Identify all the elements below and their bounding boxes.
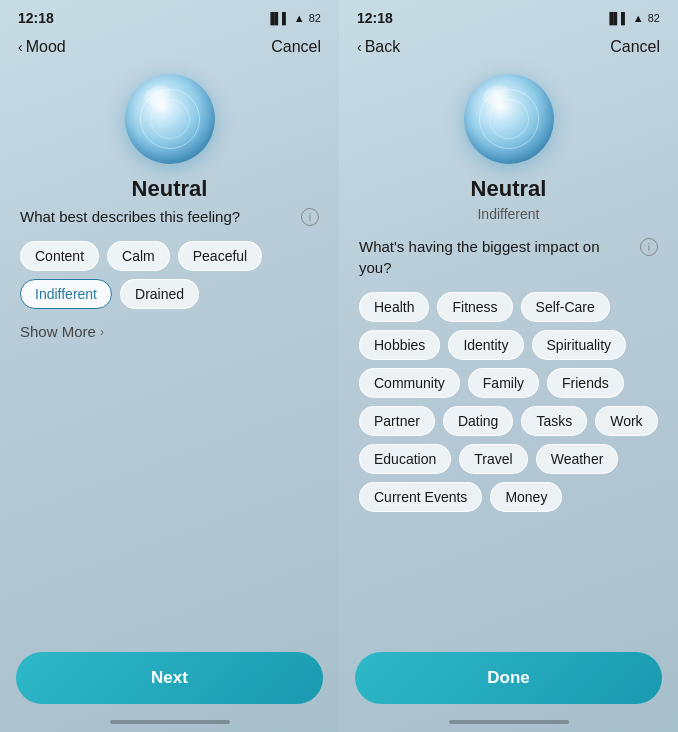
left-screen: 12:18 ▐▌▌ ▲ 82 ‹ Mood Cancel Neutral bbox=[0, 0, 339, 732]
chip-travel[interactable]: Travel bbox=[459, 444, 527, 474]
info-icon-left[interactable]: i bbox=[301, 208, 319, 226]
chip-family[interactable]: Family bbox=[468, 368, 539, 398]
orb-container-right bbox=[464, 74, 554, 164]
signal-icon-left: ▐▌▌ bbox=[266, 12, 289, 24]
right-screen: 12:18 ▐▌▌ ▲ 82 ‹ Back Cancel Neutral Ind… bbox=[339, 0, 678, 732]
wifi-icon-left: ▲ bbox=[294, 12, 305, 24]
back-label-left: Mood bbox=[26, 38, 66, 56]
chip-self-care[interactable]: Self-Care bbox=[521, 292, 610, 322]
wifi-icon-right: ▲ bbox=[633, 12, 644, 24]
status-icons-right: ▐▌▌ ▲ 82 bbox=[605, 12, 660, 24]
orb-ring2-right bbox=[489, 99, 529, 139]
time-right: 12:18 bbox=[357, 10, 393, 26]
chip-education[interactable]: Education bbox=[359, 444, 451, 474]
nav-bar-right: ‹ Back Cancel bbox=[339, 32, 678, 64]
back-button-left[interactable]: ‹ Mood bbox=[18, 38, 66, 56]
show-more-label: Show More bbox=[20, 323, 96, 340]
nav-bar-left: ‹ Mood Cancel bbox=[0, 32, 339, 64]
chip-hobbies[interactable]: Hobbies bbox=[359, 330, 440, 360]
chip-dating[interactable]: Dating bbox=[443, 406, 513, 436]
cancel-button-right[interactable]: Cancel bbox=[610, 38, 660, 56]
orb-left bbox=[125, 74, 215, 164]
battery-left: 82 bbox=[309, 12, 321, 24]
chip-calm[interactable]: Calm bbox=[107, 241, 170, 271]
next-button[interactable]: Next bbox=[16, 652, 323, 704]
content-left: Neutral What best describes this feeling… bbox=[0, 64, 339, 652]
mood-title-right: Neutral bbox=[471, 176, 547, 202]
chip-money[interactable]: Money bbox=[490, 482, 562, 512]
back-button-right[interactable]: ‹ Back bbox=[357, 38, 400, 56]
chip-partner[interactable]: Partner bbox=[359, 406, 435, 436]
chip-current-events[interactable]: Current Events bbox=[359, 482, 482, 512]
orb-right bbox=[464, 74, 554, 164]
back-chevron-right: ‹ bbox=[357, 39, 362, 55]
chip-fitness[interactable]: Fitness bbox=[437, 292, 512, 322]
signal-icon-right: ▐▌▌ bbox=[605, 12, 628, 24]
chip-health[interactable]: Health bbox=[359, 292, 429, 322]
content-right: Neutral Indifferent What's having the bi… bbox=[339, 64, 678, 652]
chip-identity[interactable]: Identity bbox=[448, 330, 523, 360]
question-row-right: What's having the biggest impact on you?… bbox=[359, 236, 658, 278]
battery-right: 82 bbox=[648, 12, 660, 24]
time-left: 12:18 bbox=[18, 10, 54, 26]
status-bar-right: 12:18 ▐▌▌ ▲ 82 bbox=[339, 0, 678, 32]
mood-title-left: Neutral bbox=[132, 176, 208, 202]
orb-ring2-left bbox=[150, 99, 190, 139]
home-indicator-left bbox=[110, 720, 230, 724]
question-text-left: What best describes this feeling? bbox=[20, 206, 240, 227]
chip-spirituality[interactable]: Spirituality bbox=[532, 330, 627, 360]
chips-area-right: Health Fitness Self-Care Hobbies Identit… bbox=[359, 292, 658, 512]
back-label-right: Back bbox=[365, 38, 401, 56]
home-indicator-right bbox=[449, 720, 569, 724]
chips-area-left: Content Calm Peaceful Indifferent Draine… bbox=[20, 241, 319, 309]
chip-weather[interactable]: Weather bbox=[536, 444, 619, 474]
chip-content[interactable]: Content bbox=[20, 241, 99, 271]
mood-subtitle-right: Indifferent bbox=[477, 206, 539, 222]
chip-friends[interactable]: Friends bbox=[547, 368, 624, 398]
info-icon-right[interactable]: i bbox=[640, 238, 658, 256]
cancel-button-left[interactable]: Cancel bbox=[271, 38, 321, 56]
orb-container-left bbox=[125, 74, 215, 164]
chip-community[interactable]: Community bbox=[359, 368, 460, 398]
back-chevron-left: ‹ bbox=[18, 39, 23, 55]
status-icons-left: ▐▌▌ ▲ 82 bbox=[266, 12, 321, 24]
chip-indifferent[interactable]: Indifferent bbox=[20, 279, 112, 309]
question-row-left: What best describes this feeling? i bbox=[20, 206, 319, 227]
show-more-chevron: › bbox=[100, 325, 104, 339]
show-more-button[interactable]: Show More › bbox=[20, 319, 104, 344]
done-button[interactable]: Done bbox=[355, 652, 662, 704]
chip-drained[interactable]: Drained bbox=[120, 279, 199, 309]
status-bar-left: 12:18 ▐▌▌ ▲ 82 bbox=[0, 0, 339, 32]
chip-peaceful[interactable]: Peaceful bbox=[178, 241, 262, 271]
chip-work[interactable]: Work bbox=[595, 406, 657, 436]
question-text-right: What's having the biggest impact on you? bbox=[359, 236, 634, 278]
chip-tasks[interactable]: Tasks bbox=[521, 406, 587, 436]
